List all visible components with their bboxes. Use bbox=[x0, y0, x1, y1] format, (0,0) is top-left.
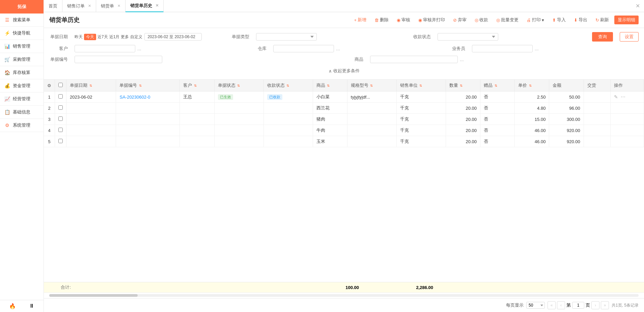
per-page-select[interactable]: 50 100 200 bbox=[526, 302, 545, 309]
th-gift-label: 赠品 bbox=[484, 83, 493, 88]
set-button[interactable]: 设置 bbox=[620, 32, 639, 42]
shortcut-more[interactable]: 更多 bbox=[121, 34, 129, 40]
row-checkbox-2[interactable] bbox=[55, 103, 66, 114]
warehouse-field: ... bbox=[273, 45, 440, 52]
sort-icon-customer: ⇅ bbox=[194, 84, 197, 87]
table-row: 3 猪肉 千克 20.00 否 15.00 300.00 bbox=[44, 114, 644, 125]
prev-page-button[interactable]: ‹ bbox=[557, 301, 565, 309]
tab-sales-goods[interactable]: 销货单 ✕ bbox=[96, 0, 125, 12]
th-spec[interactable]: 规格型号 ⇅ bbox=[347, 80, 396, 92]
row-doc-date-2 bbox=[66, 103, 116, 114]
tab-sales-history[interactable]: 销货单历史 ✕ bbox=[125, 0, 164, 12]
audit-print-button[interactable]: ◉ 审核并打印 bbox=[416, 16, 448, 24]
collect-button[interactable]: ◎ 收款 bbox=[472, 16, 491, 24]
fire-icon[interactable]: 🔥 bbox=[9, 303, 16, 309]
goods-input[interactable] bbox=[370, 56, 458, 63]
sidebar-item-search-menu[interactable]: ☰ 搜索菜单 bbox=[0, 14, 44, 27]
row-sales-unit-2: 千克 bbox=[396, 103, 446, 114]
th-action-label: 操作 bbox=[614, 83, 623, 88]
sidebar-item-quick-nav[interactable]: ⚡ 快捷导航 bbox=[0, 27, 44, 40]
shortcut-yesterday[interactable]: 昨天 bbox=[75, 34, 83, 40]
collect-status-field bbox=[438, 33, 585, 41]
warehouse-input[interactable] bbox=[273, 45, 334, 52]
customer-field: ... bbox=[75, 45, 241, 52]
add-button[interactable]: + 新增 bbox=[351, 16, 369, 24]
print-button[interactable]: 🖨 打印 ▾ bbox=[524, 16, 547, 24]
import-button[interactable]: ⬆ 导入 bbox=[550, 16, 568, 24]
shortcut-7days[interactable]: 近7天 bbox=[97, 34, 108, 40]
collapse-button[interactable]: ∧ 收起更多条件 bbox=[49, 67, 639, 75]
th-gear[interactable]: ⚙ bbox=[44, 80, 55, 92]
sidebar-item-ops-mgmt[interactable]: 📈 经营管理 bbox=[0, 93, 44, 106]
tab-bar: 首页 销售订单 ✕ 销货单 ✕ 销货单历史 ✕ ✕ bbox=[44, 0, 644, 12]
abandon-button[interactable]: ⊘ 弃审 bbox=[450, 16, 469, 24]
goods-dots[interactable]: ... bbox=[460, 57, 464, 62]
select-all-checkbox[interactable] bbox=[58, 83, 63, 87]
salesperson-input[interactable] bbox=[472, 45, 533, 52]
date-range-input[interactable] bbox=[144, 33, 202, 41]
query-button[interactable]: 查询 bbox=[592, 32, 613, 42]
row-checkbox-5[interactable] bbox=[55, 136, 66, 147]
th-sales-unit[interactable]: 销售单位 ⇅ bbox=[396, 80, 446, 92]
th-unit-price[interactable]: 单价 ⇅ bbox=[515, 80, 549, 92]
shortcut-today[interactable]: 今天 bbox=[84, 34, 96, 40]
more-icon-1[interactable]: ⋯ bbox=[621, 94, 625, 100]
pause-icon[interactable]: ⏸ bbox=[29, 303, 34, 309]
th-doc-date[interactable]: 单据日期 ⇅ bbox=[66, 80, 116, 92]
th-quantity[interactable]: 数量 ⇅ bbox=[446, 80, 480, 92]
tab-bar-close-button[interactable]: ✕ bbox=[632, 3, 644, 9]
edit-icon-1[interactable]: ✎ bbox=[614, 94, 618, 100]
sidebar-item-inventory-calc[interactable]: 🏠 库存核算 bbox=[0, 66, 44, 79]
date-filter-field: 昨天 今天 近7天 近1月 更多 自定义 bbox=[75, 33, 222, 41]
sidebar-item-sales-mgmt[interactable]: 📊 销售管理 bbox=[0, 40, 44, 53]
display-detail-button[interactable]: 显示明细 bbox=[614, 16, 639, 24]
sidebar-item-base-info[interactable]: 📋 基础信息 bbox=[0, 106, 44, 119]
tab-close-sales-goods[interactable]: ✕ bbox=[117, 4, 120, 8]
sidebar-item-finance-mgmt[interactable]: 💰 资金管理 bbox=[0, 79, 44, 93]
th-trade-label: 交货 bbox=[587, 83, 596, 88]
sidebar-item-label: 系统管理 bbox=[13, 122, 30, 128]
refresh-button[interactable]: ↻ 刷新 bbox=[593, 16, 612, 24]
warehouse-dots[interactable]: ... bbox=[336, 46, 340, 51]
export-button[interactable]: ⬇ 导出 bbox=[571, 16, 590, 24]
tab-close-sales-history[interactable]: ✕ bbox=[156, 3, 159, 8]
scroll-thumb[interactable] bbox=[49, 294, 138, 297]
row-checkbox-4[interactable] bbox=[55, 125, 66, 136]
collect-status-select[interactable] bbox=[438, 33, 498, 41]
row-trade-4 bbox=[584, 125, 610, 136]
doc-no-input[interactable] bbox=[75, 56, 162, 63]
th-doc-no[interactable]: 单据编号 ⇅ bbox=[116, 80, 180, 92]
tab-close-sales-order[interactable]: ✕ bbox=[88, 4, 91, 8]
th-goods[interactable]: 商品 ⇅ bbox=[313, 80, 347, 92]
th-customer[interactable]: 客户 ⇅ bbox=[180, 80, 214, 92]
sidebar-item-sys-mgmt[interactable]: ⚙ 系统管理 bbox=[0, 119, 44, 132]
row-gift-2: 否 bbox=[480, 103, 515, 114]
shortcut-1month[interactable]: 近1月 bbox=[109, 34, 120, 40]
first-page-button[interactable]: « bbox=[548, 301, 556, 309]
th-checkbox[interactable] bbox=[55, 80, 66, 92]
tab-sales-order[interactable]: 销售订单 ✕ bbox=[62, 0, 96, 12]
salesperson-dots[interactable]: ... bbox=[535, 46, 539, 51]
sidebar-item-purchase-mgmt[interactable]: 🛒 采购管理 bbox=[0, 53, 44, 66]
audit-button[interactable]: ◉ 审核 bbox=[394, 16, 413, 24]
th-doc-status[interactable]: 单据状态 ⇅ bbox=[214, 80, 263, 92]
shortcut-custom[interactable]: 自定义 bbox=[130, 34, 142, 40]
summary-amount: 2,286.00 bbox=[403, 285, 433, 290]
delete-button[interactable]: 🗑 删除 bbox=[372, 16, 391, 24]
tab-home[interactable]: 首页 bbox=[44, 0, 62, 12]
row-quantity-2: 20.00 bbox=[446, 103, 480, 114]
next-page-button[interactable]: › bbox=[591, 301, 599, 309]
last-page-button[interactable]: » bbox=[601, 301, 609, 309]
summary-data: 100.00 2,286.00 bbox=[74, 285, 641, 290]
doc-type-select[interactable] bbox=[256, 33, 317, 41]
scroll-track[interactable] bbox=[49, 294, 639, 297]
doc-no-link-1[interactable]: SA-20230602-0 bbox=[119, 95, 150, 100]
th-collect-status[interactable]: 收款状态 ⇅ bbox=[263, 80, 313, 92]
th-gift[interactable]: 赠品 ⇅ bbox=[480, 80, 515, 92]
customer-dots[interactable]: ... bbox=[137, 46, 141, 51]
customer-input[interactable] bbox=[75, 45, 135, 52]
page-number-input[interactable] bbox=[572, 302, 584, 309]
batch-change-button[interactable]: ◎ 批量变更 bbox=[494, 16, 521, 24]
row-checkbox-3[interactable] bbox=[55, 114, 66, 125]
row-checkbox-1[interactable] bbox=[55, 92, 66, 103]
